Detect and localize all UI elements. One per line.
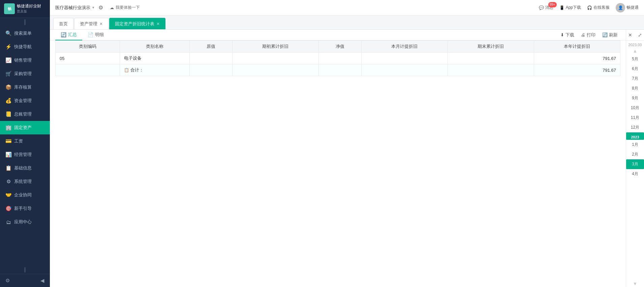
sidebar-item-ledger[interactable]: 📒 总账管理 — [0, 107, 50, 121]
subtotal-code — [56, 64, 120, 76]
sidebar-label-funds: 资金管理 — [14, 98, 32, 104]
collapse-icon[interactable]: ◀ — [40, 278, 44, 284]
funds-icon: 💰 — [5, 98, 11, 104]
subtotal-annual-dep: 791.67 — [534, 64, 620, 76]
subtab-toolbar-row: 🔄 汇总 📄 明细 ⬇ 下载 🖨 打印 — [50, 30, 626, 40]
company-selector[interactable]: 医疗器械行业演示 ▾ — [55, 5, 94, 11]
tab-home-label: 首页 — [59, 21, 68, 27]
sidebar-item-sales[interactable]: 📈 销售管理 — [0, 54, 50, 67]
sidebar-label-guide: 新手引导 — [14, 205, 32, 212]
tab-depreciation-close[interactable]: ✕ — [156, 22, 160, 26]
sidebar-item-fixed-assets[interactable]: 🏢 固定资产 — [0, 121, 50, 134]
sidebar-item-basic-info[interactable]: 📋 基础信息 — [0, 161, 50, 175]
sidebar-menu: ⚡ 快捷导航 📈 销售管理 🛒 采购管理 📦 库存核算 💰 资金管理 📒 总账管… — [0, 40, 50, 266]
sidebar-item-sys-mgmt[interactable]: ⚙ 系统管理 — [0, 175, 50, 188]
tab-home[interactable]: 首页 — [53, 18, 73, 29]
print-button[interactable]: 🖨 打印 — [578, 31, 598, 39]
date-item-2023-3[interactable]: 3月 — [626, 159, 644, 169]
subtotal-text: 合计： — [130, 67, 144, 73]
row-beginning-dep — [232, 53, 318, 64]
enterprise-icon: 🤝 — [5, 192, 11, 198]
date-scroll-down-arrow[interactable]: ▼ — [633, 280, 638, 287]
app-download-icon: 📱 — [559, 5, 564, 10]
date-item-11[interactable]: 11月 — [626, 113, 644, 123]
basic-info-icon: 📋 — [5, 165, 11, 171]
table-wrapper: 类别编码 类别名称 原值 期初累计折旧 净值 本月计提折旧 期末累计折旧 本年计… — [50, 40, 626, 287]
tab-depreciation[interactable]: 固定资产折旧统计表 ✕ — [109, 18, 165, 29]
experience-button[interactable]: ☁ 我要体验一下 — [110, 5, 140, 10]
sidebar-label-app-center: 应用中心 — [14, 219, 32, 225]
date-item-2023-4[interactable]: 4月 — [626, 169, 644, 179]
user-menu[interactable]: 👤 畅捷通 — [616, 3, 639, 12]
sidebar-item-purchase[interactable]: 🛒 采购管理 — [0, 67, 50, 81]
main-panel: 🔄 汇总 📄 明细 ⬇ 下载 🖨 打印 — [50, 30, 626, 287]
download-label: 下载 — [565, 32, 574, 38]
topbar-settings-icon[interactable]: ⚙ — [98, 4, 103, 11]
table-row: 05 电子设备 791.67 — [56, 53, 620, 64]
sidebar-item-guide[interactable]: 🎯 新手引导 — [0, 202, 50, 215]
subtab-detail[interactable]: 📄 明细 — [82, 30, 109, 40]
sidebar-logo-text: 畅捷通好业财 普及版 — [17, 4, 41, 14]
date-item-10[interactable]: 10月 — [626, 103, 644, 113]
date-item-2023-1[interactable]: 1月 — [626, 140, 644, 150]
guide-icon: 🎯 — [5, 205, 11, 212]
sidebar-search[interactable]: 🔍 搜索菜单 — [0, 27, 50, 40]
fixed-assets-icon: 🏢 — [5, 125, 11, 131]
messages-button[interactable]: 💬 消息 99+ — [539, 5, 553, 10]
sidebar-item-inventory[interactable]: 📦 库存核算 — [0, 81, 50, 94]
sidebar-item-salary[interactable]: 💳 工资 — [0, 134, 50, 148]
col-header-original-value: 原值 — [189, 41, 232, 53]
sidebar-label-salary: 工资 — [14, 138, 23, 144]
sidebar-label-quick-nav: 快捷导航 — [14, 44, 32, 50]
settings-icon[interactable]: ⚙ — [5, 278, 10, 284]
row-monthly-dep — [361, 53, 448, 64]
company-dropdown-arrow: ▾ — [92, 5, 94, 10]
sidebar-scrollbar-bottom — [24, 267, 26, 273]
sidebar-label-operations: 经营管理 — [14, 152, 32, 158]
messages-badge: 99+ — [548, 2, 557, 7]
date-item-12[interactable]: 12月 — [626, 123, 644, 132]
col-header-code: 类别编码 — [56, 41, 120, 53]
tab-asset-mgmt[interactable]: 资产管理 ✕ — [74, 18, 109, 29]
col-header-ending-dep: 期末累计折旧 — [448, 41, 534, 53]
col-header-annual-dep: 本年计提折旧 — [534, 41, 620, 53]
date-item-5[interactable]: 5月 — [626, 54, 644, 64]
date-item-9[interactable]: 9月 — [626, 93, 644, 103]
inventory-icon: 📦 — [5, 84, 11, 90]
date-item-2023-2[interactable]: 2月 — [626, 150, 644, 159]
refresh-button[interactable]: 🔄 刷新 — [600, 31, 620, 39]
app-title: 畅捷通好业财 — [17, 4, 41, 9]
sidebar-scrollbar-thumb — [24, 19, 26, 25]
headset-icon: 🎧 — [587, 5, 592, 10]
row-original-value — [189, 53, 232, 64]
sidebar-item-funds[interactable]: 💰 资金管理 — [0, 94, 50, 107]
sidebar-item-app-center[interactable]: 🗂 应用中心 — [0, 215, 50, 229]
sidebar-item-enterprise[interactable]: 🤝 企业协同 — [0, 188, 50, 202]
sidebar-label-enterprise: 企业协同 — [14, 192, 32, 198]
search-label: 搜索菜单 — [14, 30, 32, 36]
subtab-summary[interactable]: 🔄 汇总 — [55, 30, 82, 40]
content-area: 🔄 汇总 📄 明细 ⬇ 下载 🖨 打印 — [50, 30, 644, 287]
sidebar-item-operations[interactable]: 📊 经营管理 — [0, 148, 50, 161]
app-logo-icon: 畅 — [4, 3, 15, 14]
date-scroll-up-arrow[interactable]: ▲ — [633, 47, 638, 54]
sidebar-label-inventory: 库存核算 — [14, 84, 32, 90]
sales-icon: 📈 — [5, 57, 11, 63]
date-year-label: 2023.03 — [626, 41, 644, 47]
sidebar-logo: 畅 畅捷通好业财 普及版 — [0, 0, 50, 18]
download-button[interactable]: ⬇ 下载 — [558, 31, 577, 39]
row-annual-dep: 791.67 — [534, 53, 620, 64]
subtab-summary-label: 汇总 — [68, 32, 77, 38]
date-item-8[interactable]: 8月 — [626, 84, 644, 93]
refresh-icon: 🔄 — [602, 32, 608, 37]
date-panel-close-icon[interactable]: ✕ — [628, 32, 632, 38]
sidebar-bottom: ⚙ ◀ — [0, 274, 50, 287]
date-panel-expand-icon[interactable]: ⤢ — [638, 32, 642, 38]
app-download-button[interactable]: 📱 App下载 — [559, 5, 581, 10]
tab-asset-mgmt-close[interactable]: ✕ — [99, 22, 103, 26]
online-service-button[interactable]: 🎧 在线客服 — [587, 5, 610, 10]
tabbar: 首页 资产管理 ✕ 固定资产折旧统计表 ✕ — [50, 15, 644, 30]
sidebar-item-quick-nav[interactable]: ⚡ 快捷导航 — [0, 40, 50, 54]
date-item-6[interactable]: 6月 — [626, 64, 644, 74]
date-item-7[interactable]: 7月 — [626, 74, 644, 84]
